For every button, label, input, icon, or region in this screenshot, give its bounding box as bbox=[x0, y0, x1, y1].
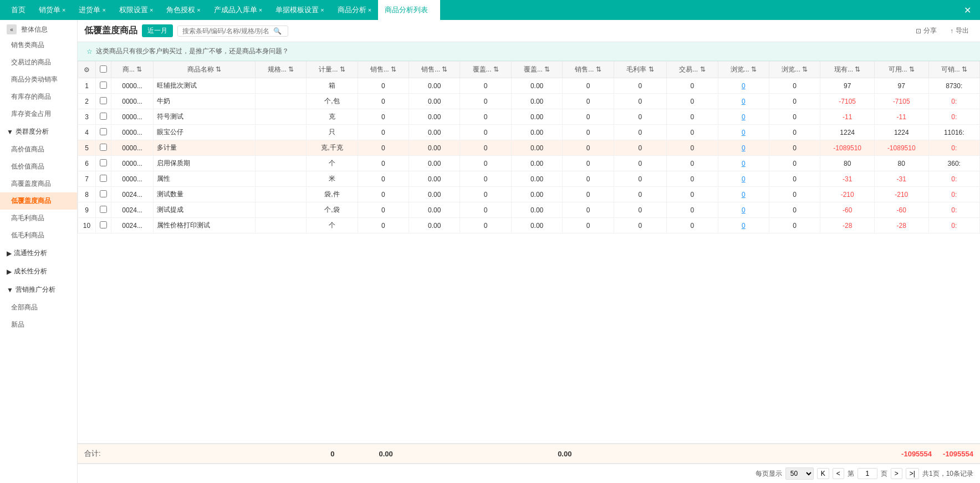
row-select-checkbox[interactable] bbox=[100, 128, 107, 135]
row-select-checkbox[interactable] bbox=[100, 113, 107, 120]
prev-page-button[interactable]: < bbox=[833, 468, 844, 479]
sidebar-item-low-margin[interactable]: 低毛利商品 bbox=[0, 227, 77, 244]
col-avail[interactable]: 可用... ⇅ bbox=[874, 62, 928, 78]
sidebar-item-high-value[interactable]: 高价值商品 bbox=[0, 141, 77, 158]
row-select-checkbox[interactable] bbox=[100, 221, 107, 228]
app-close-button[interactable]: ✕ bbox=[959, 5, 976, 16]
sidebar-item-sales-goods[interactable]: 销售类商品 bbox=[0, 37, 77, 54]
nav-sales[interactable]: 销货单 × bbox=[32, 0, 72, 20]
nav-product-entry[interactable]: 产成品入库单 × bbox=[207, 0, 269, 20]
sidebar-item-high-coverage[interactable]: 高覆盖度商品 bbox=[0, 175, 77, 192]
browse1-link[interactable]: 0 bbox=[742, 82, 746, 90]
col-browse1[interactable]: 浏览... ⇅ bbox=[718, 62, 769, 78]
col-sales-amt[interactable]: 销售... ⇅ bbox=[409, 62, 460, 78]
sidebar-item-new-goods[interactable]: 新品 bbox=[0, 316, 77, 333]
col-sellable[interactable]: 可销... ⇅ bbox=[928, 62, 979, 78]
col-stock1[interactable]: 现有... ⇅ bbox=[820, 62, 875, 78]
sidebar-group-category[interactable]: ▼ 类群度分析 bbox=[0, 123, 77, 141]
browse1-link[interactable]: 0 bbox=[742, 98, 746, 105]
nav-close-template[interactable]: × bbox=[320, 7, 324, 13]
per-page-select[interactable]: 50 100 200 bbox=[785, 467, 814, 480]
next-page-button[interactable]: > bbox=[891, 468, 902, 479]
gear-icon[interactable]: ⚙ bbox=[84, 66, 90, 74]
sidebar-item-traded-goods[interactable]: 交易过的商品 bbox=[0, 54, 77, 71]
row-browse1[interactable]: 0 bbox=[718, 140, 769, 156]
row-select-checkbox[interactable] bbox=[100, 159, 107, 166]
sidebar-group-flow[interactable]: ▶ 流通性分析 bbox=[0, 244, 77, 262]
nav-close-permission[interactable]: × bbox=[150, 7, 153, 13]
browse1-link[interactable]: 0 bbox=[742, 175, 746, 183]
share-button[interactable]: ⊡ 分享 bbox=[911, 24, 941, 37]
table-wrapper[interactable]: ⚙ 商... ⇅ 商品名称 ⇅ 规格... ⇅ 计量... ⇅ 销售... ⇅ … bbox=[78, 61, 980, 443]
browse1-link[interactable]: 0 bbox=[742, 206, 746, 214]
nav-close-role[interactable]: × bbox=[197, 7, 200, 13]
nav-close-list[interactable]: × bbox=[430, 7, 433, 13]
row-browse1[interactable]: 0 bbox=[718, 125, 769, 140]
row-browse1[interactable]: 0 bbox=[718, 78, 769, 94]
nav-close-analysis[interactable]: × bbox=[368, 7, 371, 13]
nav-home[interactable]: 首页 bbox=[4, 0, 32, 20]
row-browse1[interactable]: 0 bbox=[718, 156, 769, 171]
sidebar-item-low-value[interactable]: 低价值商品 bbox=[0, 158, 77, 175]
row-select-checkbox[interactable] bbox=[100, 175, 107, 182]
export-button[interactable]: ↑ 导出 bbox=[946, 24, 973, 37]
nav-close-purchase[interactable]: × bbox=[102, 7, 105, 13]
search-icon[interactable]: 🔍 bbox=[273, 27, 282, 35]
nav-template[interactable]: 单据模板设置 × bbox=[269, 0, 330, 20]
sidebar-item-stock-capital[interactable]: 库存资金占用 bbox=[0, 105, 77, 123]
nav-purchase[interactable]: 进货单 × bbox=[72, 0, 112, 20]
sidebar-item-stock-goods[interactable]: 有库存的商品 bbox=[0, 88, 77, 105]
col-cover2[interactable]: 覆盖... ⇅ bbox=[511, 62, 562, 78]
row-browse1[interactable]: 0 bbox=[718, 109, 769, 125]
sidebar-collapse-btn[interactable]: « bbox=[7, 24, 17, 34]
browse1-link[interactable]: 0 bbox=[742, 129, 746, 136]
row-browse1[interactable]: 0 bbox=[718, 218, 769, 233]
col-code[interactable]: 商... ⇅ bbox=[111, 62, 154, 78]
nav-close-sales[interactable]: × bbox=[62, 7, 65, 13]
nav-close-product[interactable]: × bbox=[259, 7, 262, 13]
sidebar-group-growth[interactable]: ▶ 成长性分析 bbox=[0, 262, 77, 281]
sidebar-item-low-coverage[interactable]: 低覆盖度商品 bbox=[0, 192, 77, 210]
sidebar-item-category-rate[interactable]: 商品分类动销率 bbox=[0, 71, 77, 88]
row-browse1[interactable]: 0 bbox=[718, 187, 769, 202]
nav-goods-list[interactable]: 商品分析列表 × bbox=[378, 0, 440, 20]
row-avail: 97 bbox=[874, 78, 928, 94]
row-sellable: 0: bbox=[928, 171, 979, 187]
browse1-link[interactable]: 0 bbox=[742, 160, 746, 167]
browse1-link[interactable]: 0 bbox=[742, 222, 746, 230]
row-browse1[interactable]: 0 bbox=[718, 202, 769, 218]
browse1-link[interactable]: 0 bbox=[742, 144, 746, 152]
row-select-checkbox[interactable] bbox=[100, 97, 107, 104]
select-all-checkbox[interactable] bbox=[100, 65, 107, 73]
col-cover1[interactable]: 覆盖... ⇅ bbox=[460, 62, 511, 78]
col-gross-rate[interactable]: 毛利率 ⇅ bbox=[614, 62, 666, 78]
row-select-checkbox[interactable] bbox=[100, 190, 107, 197]
nav-goods-analysis[interactable]: 商品分析 × bbox=[331, 0, 378, 20]
row-select-checkbox[interactable] bbox=[100, 206, 107, 213]
col-sales-days[interactable]: 销售... ⇅ bbox=[563, 62, 614, 78]
row-select-checkbox[interactable] bbox=[100, 144, 107, 151]
nav-permission[interactable]: 权限设置 × bbox=[113, 0, 160, 20]
row-browse1[interactable]: 0 bbox=[718, 94, 769, 109]
date-filter-button[interactable]: 近一月 bbox=[142, 24, 173, 37]
first-page-button[interactable]: K bbox=[817, 468, 829, 479]
col-name[interactable]: 商品名称 ⇅ bbox=[154, 62, 256, 78]
page-number-input[interactable] bbox=[858, 468, 877, 479]
row-sales-amt: 0.00 bbox=[409, 171, 460, 187]
sidebar-group-promotion[interactable]: ▼ 营销推广分析 bbox=[0, 281, 77, 299]
search-input[interactable] bbox=[182, 27, 271, 35]
browse1-link[interactable]: 0 bbox=[742, 113, 746, 121]
row-select-checkbox[interactable] bbox=[100, 82, 107, 89]
col-unit[interactable]: 计量... ⇅ bbox=[307, 62, 358, 78]
sidebar-item-all-goods[interactable]: 全部商品 bbox=[0, 299, 77, 316]
last-page-button[interactable]: >| bbox=[906, 468, 919, 479]
col-browse2[interactable]: 浏览... ⇅ bbox=[769, 62, 820, 78]
row-browse1[interactable]: 0 bbox=[718, 171, 769, 187]
col-sales-qty[interactable]: 销售... ⇅ bbox=[358, 62, 409, 78]
nav-role[interactable]: 角色授权 × bbox=[160, 0, 207, 20]
col-spec[interactable]: 规格... ⇅ bbox=[255, 62, 306, 78]
sidebar-item-high-margin[interactable]: 高毛利商品 bbox=[0, 210, 77, 227]
browse1-link[interactable]: 0 bbox=[742, 191, 746, 199]
row-avail: -28 bbox=[874, 218, 928, 233]
col-trade[interactable]: 交易... ⇅ bbox=[667, 62, 718, 78]
